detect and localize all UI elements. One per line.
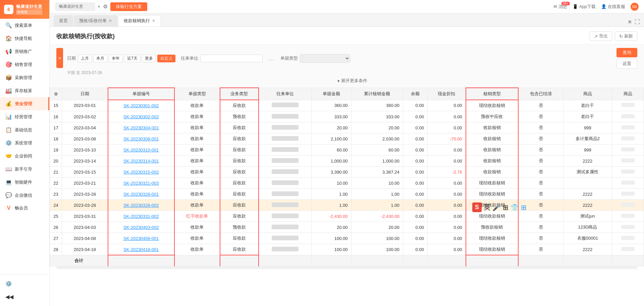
app-download-button[interactable]: 📱 App下载 [573,4,596,10]
doc-no-link[interactable]: SK-20230302-002 [123,114,159,119]
sidebar-item-ops-mgmt[interactable]: 📊 经营管理 [0,110,49,123]
doc-no-link[interactable]: SK-20230310-001 [123,147,159,152]
cell-goods1: 2222 [563,189,612,200]
close-all-icon[interactable]: ✕ [628,19,632,25]
main-area: 畅康道好生意 ▾ ⚙ 体验行业方案 ✉ 消息 99+ 📱 App下载 👤 在线客… [50,0,644,306]
footer-biz-type [220,255,259,266]
sidebar-item-fund-mgmt[interactable]: 💰 资金管理 [0,97,49,110]
date-btn-last-month[interactable]: 上月 [78,55,92,62]
sidebar-item-marketing[interactable]: 📢 营销推广 [0,45,49,58]
cell-doc-type: 收款单 [174,111,220,122]
sidebar-item-member[interactable]: V 畅会员 [0,202,49,215]
tab-close-active-icon[interactable]: ✕ [152,18,155,23]
sidebar-item-enterprise[interactable]: 🤝 企业协同 [0,149,49,163]
message-button[interactable]: ✉ 消息 99+ [553,4,567,10]
date-btn-this-year[interactable]: 本年 [109,55,123,62]
cell-num: 28 [50,244,62,255]
doc-no-link[interactable]: SK-20230418-001 [123,247,159,252]
cell-verify-type: 收款核销 [466,167,518,178]
fullscreen-icon[interactable]: ⛶ [635,19,640,25]
footer-amount [312,255,351,266]
cell-discount: 0.00 [427,100,466,111]
cell-verify-type: 现结收款核销 [466,211,518,222]
cell-goods1: 123D商品 [563,222,612,233]
cell-discount: 0.00 [427,222,466,233]
sidebar-item-smart-hw[interactable]: 💻 智能硬件 [0,176,49,189]
sidebar-item-inventory[interactable]: 🏭 库存核算 [0,84,49,97]
refresh-button[interactable]: ↻ 刷新 [615,32,637,41]
date-btn-7days[interactable]: 近7天 [124,55,141,62]
voucher-type-select[interactable] [300,54,350,63]
user-avatar-area[interactable]: Rit [631,3,639,11]
sidebar-item-wechat[interactable]: 💬 企业微信 [0,189,49,202]
sidebar-item-label: 快捷导航 [15,36,32,42]
table-row: 15 2023-03-01 SK-20230301-002 收款单 应收款 36… [50,100,644,111]
doc-no-link[interactable]: SK-20230321-003 [123,181,159,186]
partner-input[interactable] [200,55,263,62]
cell-goods2 [612,211,644,222]
doc-no-link[interactable]: SK-20230328-002 [123,203,159,208]
gear-icon[interactable]: ⚙ [103,3,108,10]
doc-no-link[interactable]: SK-20230301-002 [123,103,159,108]
cell-doc-no: SK-20230302-002 [108,111,175,122]
filter-row: 日期 上月 本月 本年 近7天 更多 自定义 往来单位 [67,48,637,69]
sidebar-settings[interactable]: ⚙️ [0,277,49,290]
watermark-grid-icon: ⊞ [503,203,508,211]
set-button[interactable]: 设置 [616,59,637,69]
cell-doc-type: 收款单 [174,100,220,111]
sidebar-item-sales-mgmt[interactable]: 🎯 销售管理 [0,58,49,71]
sidebar-logo: 6 畅康道好生意 标推版 [0,0,49,19]
sidebar-item-search-menu[interactable]: 🔍 搜索菜单 [0,19,49,32]
expand-button[interactable]: ▾ 展开更多条件 [337,78,367,84]
cell-goods2 [612,200,644,211]
service-button[interactable]: 👤 在线客服 [601,4,625,10]
table-row: 19 2023-03-10 SK-20230310-001 收款单 应收款 60… [50,144,644,156]
sidebar-item-sys-mgmt[interactable]: ⚙️ 系统管理 [0,136,49,149]
query-button[interactable]: 查询 [616,48,637,57]
doc-no-link[interactable]: SK-20230331-002 [123,214,159,219]
sidebar-item-base-info[interactable]: 📋 基础信息 [0,123,49,136]
doc-no-link[interactable]: SK-20230315-002 [123,170,159,175]
footer-verify-type [466,255,518,266]
cell-num: 22 [50,178,62,189]
sidebar-bottom: ⚙️ ◀◀ [0,274,49,306]
cell-partner [259,167,312,178]
cell-acc-amount: 60.00 [351,144,403,156]
sidebar-item-quick-nav[interactable]: 🏠 快捷导航 [0,32,49,45]
doc-no-link[interactable]: SK-20230403-002 [123,225,159,230]
sidebar-item-label: 营销推广 [15,49,32,55]
col-gear[interactable]: ⚙ [50,88,62,100]
date-btn-more[interactable]: 更多 [142,55,156,62]
sidebar-item-guide[interactable]: 📖 新手引导 [0,163,49,176]
doc-no-link[interactable]: SK-20230314-001 [123,159,159,164]
tab-pre-receipt[interactable]: 预收/应收付单 ✕ [74,15,117,26]
date-btn-this-month[interactable]: 本月 [93,55,107,62]
cell-biz-type: 预收款 [220,222,259,233]
doc-no-link[interactable]: SK-20230304-001 [123,125,159,130]
topbar-right: ✉ 消息 99+ 📱 App下载 👤 在线客服 Rit [553,3,639,11]
doc-no-link[interactable]: SK-20230408-001 [123,236,159,241]
export-button[interactable]: ↗ 导出 [590,32,612,41]
date-btn-custom[interactable]: 自定义 [157,55,175,62]
marketing-icon: 📢 [5,48,12,55]
tab-receipt-exec[interactable]: 收款核销执行 ✕ [118,15,161,26]
sidebar-item-label: 企业协同 [15,153,32,159]
doc-no-link[interactable]: SK-20230308-001 [123,136,159,141]
sidebar-item-purchase-mgmt[interactable]: 📦 采购管理 [0,71,49,84]
base-icon: 📋 [5,127,12,133]
filter-toggle-button[interactable]: » [56,48,63,68]
doc-no-link[interactable]: SK-20230328-001 [123,192,159,197]
cell-doc-type: 收款单 [174,144,220,156]
tab-home[interactable]: 首页 [54,15,73,26]
cell-include-clear: 否 [518,144,564,156]
topbar-brand[interactable]: 畅康道好生意 [55,2,95,11]
solution-button[interactable]: 体验行业方案 [110,2,147,11]
cell-discount: 0.00 [427,189,466,200]
cell-amount: 3,390.00 [312,167,351,178]
cell-include-clear: 否 [518,156,564,167]
watermark-s-logo: S [472,202,482,212]
tab-close-icon[interactable]: ✕ [109,18,112,23]
sidebar-collapse[interactable]: ◀◀ [0,290,49,303]
cell-goods1: 2222 [563,156,612,167]
horizontal-scrollbar[interactable] [56,266,637,269]
